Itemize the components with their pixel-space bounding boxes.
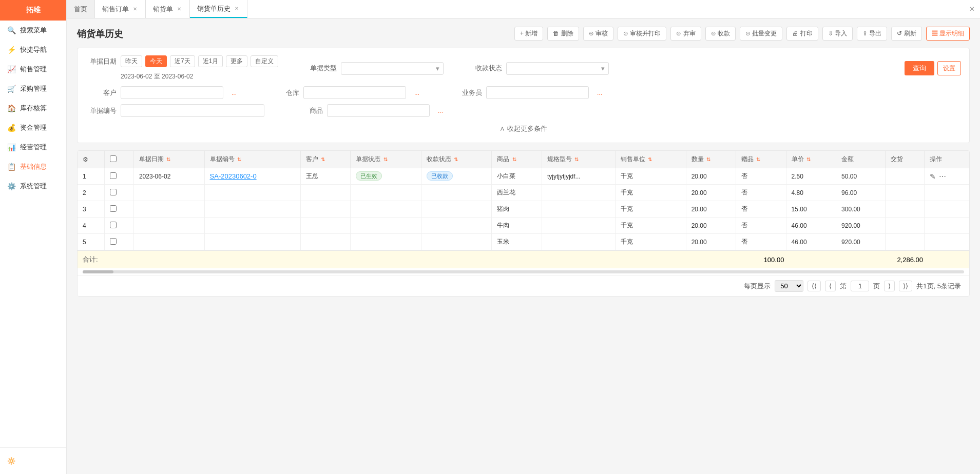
btn-approve-print[interactable]: ⊙ 审核并打印: [618, 27, 666, 41]
payment-status-select[interactable]: [506, 62, 609, 75]
salesperson-input[interactable]: [486, 86, 589, 99]
btn-reject[interactable]: ⊙ 弃审: [670, 27, 701, 41]
cell-spec: [542, 234, 615, 250]
edit-icon[interactable]: ✎: [930, 172, 936, 181]
sidebar-bottom-item-1[interactable]: 🔆: [0, 452, 66, 470]
next-page-btn[interactable]: ⟩: [884, 281, 895, 291]
cell-checkbox[interactable]: [105, 234, 134, 250]
cell-payment-status: [421, 201, 492, 218]
btn-delete[interactable]: 🗑 删除: [547, 27, 579, 41]
goods-ellipsis[interactable]: ...: [434, 105, 447, 116]
cell-customer: 王总: [300, 168, 350, 185]
first-page-btn[interactable]: ⟨⟨: [808, 281, 821, 291]
col-doc-status[interactable]: 单据状态 ⇅: [351, 151, 421, 168]
doc-no-input[interactable]: [121, 104, 264, 117]
doc-type-select[interactable]: [341, 62, 444, 75]
btn-custom[interactable]: 自定义: [251, 55, 278, 67]
sidebar-item-basic-info[interactable]: 📋 基础信息: [0, 157, 66, 176]
row-checkbox[interactable]: [110, 205, 117, 212]
btn-print[interactable]: 🖨 打印: [786, 27, 818, 41]
cell-gift: 否: [736, 234, 786, 250]
tab-sales-order[interactable]: 销售订单 ✕: [95, 0, 146, 18]
sidebar-item-quick-nav[interactable]: ⚡ 快捷导航: [0, 40, 66, 60]
salesperson-ellipsis[interactable]: ...: [593, 87, 606, 98]
row-checkbox[interactable]: [110, 172, 117, 179]
col-goods[interactable]: 商品 ⇅: [492, 151, 542, 168]
sidebar-item-search-menu[interactable]: 🔍 搜索菜单: [0, 21, 66, 40]
cell-checkbox[interactable]: [105, 168, 134, 185]
horizontal-scrollbar[interactable]: [78, 268, 969, 275]
query-button[interactable]: 查询: [905, 61, 934, 75]
btn-7days[interactable]: 近7天: [170, 55, 195, 67]
cell-unit_price: 4.80: [786, 185, 836, 201]
cell-checkbox[interactable]: [105, 218, 134, 234]
tab-home[interactable]: 首页: [67, 0, 95, 18]
row-checkbox[interactable]: [110, 189, 117, 195]
cell-goods: 牛肉: [492, 218, 542, 234]
col-date[interactable]: 单据日期 ⇅: [133, 151, 204, 168]
row-checkbox[interactable]: [110, 238, 117, 245]
btn-more[interactable]: 更多: [226, 55, 247, 67]
col-checkbox[interactable]: [105, 151, 134, 168]
col-sales-unit[interactable]: 销售单位 ⇅: [616, 151, 686, 168]
btn-today[interactable]: 今天: [145, 55, 167, 67]
cell-trade: [886, 234, 924, 250]
col-spec[interactable]: 规格型号 ⇅: [542, 151, 615, 168]
warehouse-input[interactable]: [303, 86, 406, 99]
cell-checkbox[interactable]: [105, 185, 134, 201]
sidebar-item-purchase-mgmt[interactable]: 🛒 采购管理: [0, 79, 66, 98]
col-customer[interactable]: 客户 ⇅: [300, 151, 350, 168]
scrollbar-thumb[interactable]: [83, 270, 113, 273]
sidebar-item-sales-mgmt[interactable]: 📈 销售管理: [0, 60, 66, 79]
tab-sales-invoice[interactable]: 销货单 ✕: [146, 0, 190, 18]
btn-add[interactable]: + 新增: [514, 27, 543, 41]
col-settings[interactable]: ⚙: [78, 151, 105, 168]
sidebar-item-finance[interactable]: 💰 资金管理: [0, 118, 66, 137]
sidebar: 拓维 🔍 搜索菜单 ⚡ 快捷导航 📈 销售管理 🛒 采购管理 🏠 库存核算 💰 …: [0, 0, 67, 474]
sidebar-item-operation[interactable]: 📊 经营管理: [0, 137, 66, 157]
warehouse-ellipsis[interactable]: ...: [410, 87, 424, 98]
last-page-btn[interactable]: ⟩⟩: [899, 281, 912, 291]
tab-history-close[interactable]: ✕: [234, 5, 240, 12]
btn-1month[interactable]: 近1月: [198, 55, 223, 67]
btn-approve[interactable]: ⊙ 审核: [583, 27, 613, 41]
customer-input[interactable]: [121, 86, 223, 99]
prev-page-btn[interactable]: ⟨: [825, 281, 836, 291]
col-unit-price[interactable]: 单价 ⇅: [786, 151, 836, 168]
cell-customer: [300, 218, 350, 234]
col-quantity[interactable]: 数量 ⇅: [686, 151, 736, 168]
select-all-checkbox[interactable]: [110, 155, 117, 162]
btn-yesterday[interactable]: 昨天: [121, 55, 142, 67]
doc-no-link[interactable]: SA-20230602-0: [210, 172, 257, 180]
tab-history[interactable]: 销货单历史 ✕: [190, 0, 247, 18]
sidebar-item-system-mgmt[interactable]: ⚙️ 系统管理: [0, 176, 66, 196]
customer-ellipsis[interactable]: ...: [227, 87, 241, 98]
warehouse-label: 仓库: [268, 88, 299, 97]
btn-export[interactable]: ⇪ 导出: [857, 27, 887, 41]
cell-doc_no: [204, 234, 300, 250]
col-gift[interactable]: 赠品 ⇅: [736, 151, 786, 168]
page-number-input[interactable]: 1: [851, 281, 869, 291]
col-doc-no[interactable]: 单据编号 ⇅: [204, 151, 300, 168]
collapse-filter-btn[interactable]: ∧ 收起更多条件: [86, 122, 961, 135]
btn-collect[interactable]: ⊙ 收款: [705, 27, 736, 41]
tab-bar-close[interactable]: ✕: [969, 5, 980, 13]
per-page-select[interactable]: 50 10 20 100: [775, 280, 803, 292]
settings-button[interactable]: 设置: [937, 61, 961, 75]
btn-batch-change[interactable]: ⊙ 批量变更: [740, 27, 782, 41]
pagination: 每页显示 50 10 20 100 ⟨⟨ ⟨ 第 1 页 ⟩ ⟩⟩ 共1页, 5…: [78, 275, 969, 296]
sidebar-item-inventory[interactable]: 🏠 库存核算: [0, 98, 66, 118]
col-payment-status[interactable]: 收款状态 ⇅: [421, 151, 492, 168]
goods-input[interactable]: [327, 104, 430, 117]
row-checkbox[interactable]: [110, 222, 117, 228]
sidebar-item-label: 库存核算: [20, 104, 47, 113]
btn-refresh[interactable]: ↺ 刷新: [891, 27, 921, 41]
cell-checkbox[interactable]: [105, 201, 134, 218]
tab-sales-invoice-close[interactable]: ✕: [176, 6, 182, 12]
more-icon[interactable]: ⋯: [939, 172, 946, 181]
btn-import[interactable]: ⇩ 导入: [822, 27, 853, 41]
filter-row-3: 单据编号 商品 ...: [86, 104, 961, 117]
btn-show-detail[interactable]: ☰ 显示明细: [926, 27, 970, 41]
tab-sales-invoice-label: 销货单: [153, 5, 173, 14]
tab-sales-order-close[interactable]: ✕: [132, 6, 138, 12]
